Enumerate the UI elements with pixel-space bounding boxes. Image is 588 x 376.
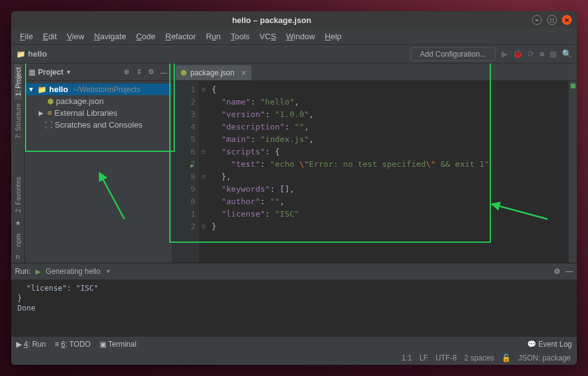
tree-scratch-label: Scratches and Consoles: [55, 120, 142, 129]
menubar: File Edit View Navigate Code Refactor Ru…: [11, 29, 577, 45]
tree-external-libs[interactable]: ▶ External Libraries: [25, 107, 172, 119]
editor-tab-package[interactable]: package.json ✕: [175, 65, 251, 80]
hide-icon[interactable]: —: [159, 68, 168, 77]
project-icon: ▦: [29, 68, 35, 77]
code-content[interactable]: ⊟{ "name": "hello", "version": "1.0.0", …: [199, 81, 568, 263]
editor-area: package.json ✕ 1234 5678 9012 ▶ ⊟{ "name…: [172, 63, 577, 263]
menu-window[interactable]: Window: [282, 31, 319, 42]
bottom-terminal[interactable]: ▣ Terminal: [100, 340, 136, 349]
scratch-icon: [45, 120, 52, 129]
window-title: hello – package.json: [16, 16, 527, 25]
tree-file-package[interactable]: package.json: [25, 95, 172, 107]
menu-vcs[interactable]: VCS: [256, 31, 280, 42]
run-header: Run: ▶ Generating hello ▼ ⚙ —: [11, 263, 577, 280]
breadcrumb-text: hello: [28, 49, 47, 59]
tree-file-label: package.json: [56, 96, 104, 106]
ide-window: hello – package.json – □ ✕ File Edit Vie…: [11, 11, 577, 365]
menu-view[interactable]: View: [63, 31, 88, 42]
bottom-eventlog[interactable]: 💬 Event Log: [527, 340, 572, 349]
toolbar: hello Add Configuration... ▶ 🐞 ⟳ ■ ▦ 🔍: [11, 45, 577, 63]
menu-edit[interactable]: Edit: [39, 31, 60, 42]
json-icon: [180, 68, 187, 77]
maximize-button[interactable]: □: [547, 15, 557, 25]
tab-npm[interactable]: npm: [14, 230, 22, 250]
bottom-todo[interactable]: ≡ 6: TODO: [55, 340, 91, 349]
tree-root-name: hello: [49, 85, 68, 94]
run-tool-window: Run: ▶ Generating hello ▼ ⚙ — "license":…: [11, 263, 577, 336]
tree-scratches[interactable]: Scratches and Consoles: [25, 119, 172, 131]
left-tool-strip: 1: Project 7: Structure 2: Favorites ★ n…: [11, 63, 25, 263]
tab-favorites[interactable]: 2: Favorites: [14, 173, 22, 216]
stop-icon[interactable]: ■: [539, 49, 544, 59]
tab-structure[interactable]: 7: Structure: [14, 100, 22, 143]
collapse-icon[interactable]: ⇕: [134, 68, 143, 77]
menu-refactor[interactable]: Refactor: [162, 31, 200, 42]
run-icon[interactable]: ▶: [502, 49, 508, 59]
tab-project[interactable]: 1: Project: [14, 63, 22, 100]
menu-tools[interactable]: Tools: [227, 31, 253, 42]
run-gear-icon[interactable]: ⚙: [554, 267, 561, 276]
breadcrumb[interactable]: hello: [16, 49, 47, 59]
add-configuration-button[interactable]: Add Configuration...: [411, 47, 495, 61]
project-pane-title: Project: [38, 68, 63, 77]
run-play-icon: ▶: [35, 268, 40, 276]
locate-icon[interactable]: ⊕: [122, 68, 131, 77]
run-task-name: Generating hello: [45, 267, 100, 276]
json-icon: [47, 96, 54, 106]
status-encoding[interactable]: UTF-8: [436, 354, 457, 362]
npm-icon: n: [16, 250, 19, 263]
bottom-run[interactable]: ▶ 4: Run: [16, 340, 46, 349]
editor-tab-label: package.json: [190, 68, 235, 77]
folder-icon: [16, 49, 26, 59]
status-readonly-icon[interactable]: 🔓: [502, 354, 511, 362]
run-output[interactable]: "license": "ISC" } Done: [11, 280, 577, 336]
minimize-button[interactable]: –: [532, 15, 542, 25]
bottom-tool-bar: ▶ 4: Run ≡ 6: TODO ▣ Terminal 💬 Event Lo…: [11, 336, 577, 351]
toolbar-actions: ▶ 🐞 ⟳ ■ ▦ 🔍: [502, 49, 572, 59]
tree-root-path: ~/WebstormProjects: [73, 85, 140, 94]
menu-navigate[interactable]: Navigate: [90, 31, 129, 42]
menu-run[interactable]: Run: [202, 31, 225, 42]
run-gutter-icon[interactable]: ▶: [190, 159, 194, 172]
titlebar: hello – package.json – □ ✕: [11, 11, 577, 29]
structure-icon[interactable]: ▦: [549, 49, 557, 59]
folder-icon: [37, 85, 47, 94]
status-bar: 1:1 LF UTF-8 2 spaces 🔓 JSON: package: [11, 351, 577, 365]
editor-tabbar: package.json ✕: [172, 63, 577, 81]
status-line-ending[interactable]: LF: [419, 354, 428, 362]
menu-file[interactable]: File: [16, 31, 37, 42]
search-icon[interactable]: 🔍: [562, 49, 572, 59]
gear-icon[interactable]: ⚙: [147, 68, 156, 77]
status-indent[interactable]: 2 spaces: [464, 354, 494, 362]
status-caret[interactable]: 1:1: [401, 354, 412, 362]
line-gutter: 1234 5678 9012 ▶: [172, 81, 199, 263]
menu-code[interactable]: Code: [133, 31, 159, 42]
run-label: Run:: [15, 267, 30, 276]
update-icon[interactable]: ⟳: [528, 49, 534, 59]
annotation-arrow-1: [93, 169, 131, 225]
status-language[interactable]: JSON: package: [518, 354, 571, 362]
tree-libs-label: External Libraries: [55, 108, 118, 118]
svg-line-0: [100, 173, 124, 219]
library-icon: [47, 108, 52, 118]
close-tab-icon[interactable]: ✕: [241, 69, 246, 77]
tree-root[interactable]: ▼ hello ~/WebstormProjects: [25, 83, 172, 95]
debug-icon[interactable]: 🐞: [513, 49, 523, 59]
code-editor[interactable]: 1234 5678 9012 ▶ ⊟{ "name": "hello", "ve…: [172, 81, 577, 263]
editor-right-gutter: [568, 81, 577, 263]
close-button[interactable]: ✕: [562, 15, 572, 25]
project-tree: ▼ hello ~/WebstormProjects package.json …: [25, 81, 172, 133]
content-area: 1: Project 7: Structure 2: Favorites ★ n…: [11, 63, 577, 263]
favorites-icon: ★: [15, 217, 21, 230]
menu-help[interactable]: Help: [321, 31, 345, 42]
project-pane-header: ▦ Project ▼ ⊕ ⇕ ⚙ —: [25, 63, 172, 81]
project-pane: ▦ Project ▼ ⊕ ⇕ ⚙ — ▼ hello ~/WebstormPr…: [25, 63, 172, 263]
run-hide-icon[interactable]: —: [566, 267, 573, 276]
